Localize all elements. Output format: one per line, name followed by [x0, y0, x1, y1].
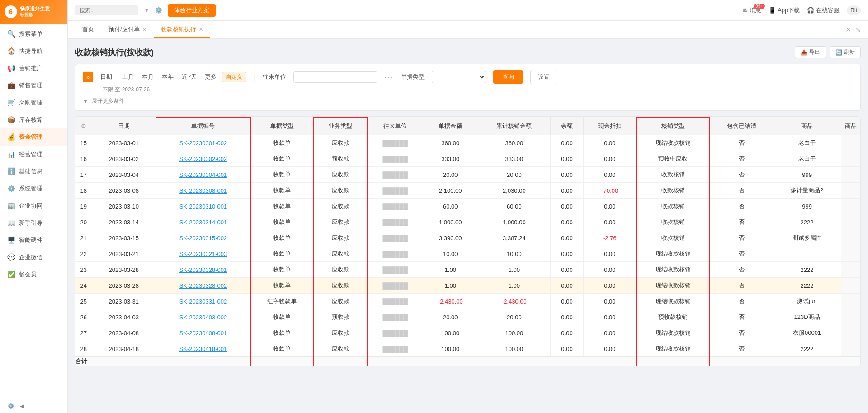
bill-no-link[interactable]: SK-20230301-002	[179, 140, 227, 147]
sidebar-item-finance[interactable]: 💰 资金管理	[0, 128, 67, 146]
online-service-btn[interactable]: 🎧 在线客服	[807, 6, 840, 14]
close-window-icon[interactable]: ✕	[845, 25, 851, 34]
dropdown-icon[interactable]: ▼	[144, 7, 150, 14]
bill-no-link[interactable]: SK-20230310-001	[179, 203, 227, 210]
refresh-button[interactable]: 🔄 刷新	[830, 46, 861, 58]
export-button[interactable]: 📤 导出	[795, 46, 826, 58]
cell-num: 28	[75, 341, 92, 357]
tab-close-collection-writeoff[interactable]: ✕	[199, 27, 203, 33]
search-menu-icon: 🔍	[7, 30, 15, 38]
tab-home[interactable]: 首页	[75, 22, 101, 38]
sidebar-item-inventory[interactable]: 📦 库存核算	[0, 111, 67, 128]
table-row: 27 2023-04-08 SK-20230408-001 收款单 应收款 ██…	[75, 325, 860, 341]
cell-total-writeoff: 10.00	[478, 246, 551, 262]
sidebar-item-hardware[interactable]: 🖥️ 智能硬件	[0, 232, 67, 249]
bill-no-link[interactable]: SK-20230328-002	[179, 282, 227, 289]
query-button[interactable]: 查询	[493, 70, 523, 84]
cell-date: 2023-03-10	[92, 199, 156, 214]
expand-more-row[interactable]: ▼ 展开更多条件	[83, 97, 853, 105]
cell-partner: ██████	[367, 183, 423, 199]
message-badge: 99+	[754, 4, 765, 9]
messages-btn[interactable]: ✉ 消息 99+	[743, 6, 761, 14]
sidebar-item-wechat[interactable]: 💬 企业微信	[0, 249, 67, 266]
table-row: 23 2023-03-28 SK-20230328-001 收款单 应收款 ██…	[75, 262, 860, 278]
gear-icon[interactable]: ⚙️	[155, 7, 162, 14]
cell-bill-no: SK-20230302-002	[156, 151, 250, 167]
cell-product: 测试jun	[773, 294, 841, 309]
cell-bill-type: 收款单	[250, 151, 314, 167]
sidebar-item-system[interactable]: ⚙️ 系统管理	[0, 180, 67, 197]
sidebar-item-purchase[interactable]: 🛒 采购管理	[0, 94, 67, 111]
cell-balance: 0.00	[551, 183, 584, 199]
sidebar-item-business[interactable]: 📊 经营管理	[0, 146, 67, 163]
industry-solution-button[interactable]: 体验行业方案	[168, 4, 216, 17]
sidebar-item-guide[interactable]: 📖 新手引导	[0, 214, 67, 232]
maximize-window-icon[interactable]: ⤡	[855, 25, 861, 34]
cell-total-writeoff: 20.00	[478, 309, 551, 325]
sidebar-item-basic-info[interactable]: ℹ️ 基础信息	[0, 163, 67, 180]
cell-total-writeoff: 3,387.24	[478, 230, 551, 246]
th-amount: 单据金额	[423, 117, 478, 135]
cell-discount: 0.00	[583, 151, 636, 167]
tab-prepay-payable[interactable]: 预付/应付单✕	[101, 22, 154, 38]
last-7-days-btn[interactable]: 近7天	[179, 72, 199, 82]
tab-collection-writeoff[interactable]: 收款核销执行✕	[154, 22, 210, 38]
settings-button[interactable]: 设置	[530, 70, 557, 84]
bill-no-link[interactable]: SK-20230302-002	[179, 156, 227, 162]
sidebar-item-sales[interactable]: 💼 销售管理	[0, 77, 67, 94]
table-row: 18 2023-03-08 SK-20230308-001 收款单 应收款 ██…	[75, 183, 860, 199]
table-row: 24 2023-03-28 SK-20230328-002 收款单 应收款 ██…	[75, 278, 860, 294]
table-settings-icon[interactable]: ⚙	[81, 123, 86, 129]
table-header-row: ⚙ 日期 单据编号 单据类型 业务类型 往来单位 单据金额 累计核销金额 余额 …	[75, 117, 860, 135]
cell-total-writeoff: 2,030.00	[478, 183, 551, 199]
sidebar-item-marketing[interactable]: 📢 营销推广	[0, 60, 67, 77]
logo-text: 畅康道好生意	[20, 5, 50, 12]
partner-input[interactable]	[293, 71, 377, 83]
bill-no-link[interactable]: SK-20230321-003	[179, 251, 227, 257]
cell-num: 27	[75, 325, 92, 341]
cell-date: 2023-03-15	[92, 230, 156, 246]
cell-date: 2023-03-14	[92, 214, 156, 230]
collapse-icon[interactable]: ◀	[20, 403, 24, 409]
sidebar-item-search-menu[interactable]: 🔍 搜索菜单	[0, 25, 67, 43]
this-year-btn[interactable]: 本年	[159, 72, 176, 82]
th-gear[interactable]: ⚙	[75, 117, 92, 135]
bill-no-link[interactable]: SK-20230331-002	[179, 298, 227, 305]
bill-no-link[interactable]: SK-20230304-001	[179, 171, 227, 178]
app-download-btn[interactable]: 📱 App下载	[769, 6, 800, 14]
headset-icon: 🎧	[807, 7, 814, 14]
tab-label-prepay-payable: 预付/应付单	[108, 25, 140, 33]
footer-label: 合计	[75, 357, 156, 366]
cell-date: 2023-04-18	[92, 341, 156, 357]
bill-no-link[interactable]: SK-20230328-001	[179, 266, 227, 273]
cell-product: 2222	[773, 214, 841, 230]
sidebar-item-enterprise[interactable]: 🏢 企业协同	[0, 197, 67, 214]
search-nav-input[interactable]	[75, 5, 138, 15]
cell-num: 20	[75, 214, 92, 230]
bill-no-link[interactable]: SK-20230308-001	[179, 187, 227, 194]
phone-icon: 📱	[769, 7, 776, 14]
cell-biz-type: 应收款	[314, 341, 367, 357]
cell-num: 24	[75, 278, 92, 294]
bill-type-select[interactable]	[432, 71, 486, 83]
user-avatar[interactable]: Rit	[847, 5, 861, 15]
guide-label: 新手引导	[19, 219, 42, 227]
more-date-btn[interactable]: 更多	[202, 72, 219, 82]
this-month-btn[interactable]: 本月	[139, 72, 156, 82]
filter-expand-button[interactable]: »	[83, 72, 93, 82]
sidebar-item-quick-nav[interactable]: 🏠 快捷导航	[0, 43, 67, 60]
bill-no-link[interactable]: SK-20230408-001	[179, 330, 227, 337]
sidebar-item-member[interactable]: ✅ 畅会员	[0, 266, 67, 283]
member-label: 畅会员	[19, 271, 37, 279]
cell-num: 18	[75, 183, 92, 199]
cell-product2	[841, 294, 861, 309]
settings-icon[interactable]: ⚙️	[7, 403, 14, 409]
bill-no-link[interactable]: SK-20230403-002	[179, 314, 227, 321]
bill-no-link[interactable]: SK-20230314-001	[179, 219, 227, 226]
tab-close-prepay-payable[interactable]: ✕	[142, 27, 146, 33]
last-month-btn[interactable]: 上月	[119, 72, 137, 82]
cell-date: 2023-03-01	[92, 135, 156, 151]
bill-no-link[interactable]: SK-20230418-001	[179, 346, 227, 352]
date-range-display: 不限 至 2023-07-26	[83, 86, 853, 94]
bill-no-link[interactable]: SK-20230315-002	[179, 235, 227, 242]
